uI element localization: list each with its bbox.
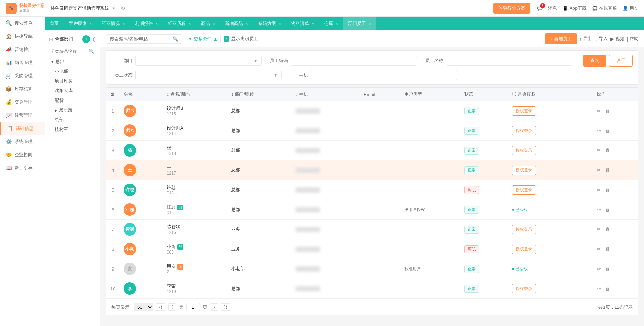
dept-node-shuanglu[interactable]: ▶ 双鹿想 — [45, 105, 100, 115]
tab-operation-close[interactable]: × — [123, 21, 125, 26]
phone-input[interactable] — [311, 70, 457, 80]
edit-button[interactable]: ✏ — [597, 266, 601, 272]
emp-status-select[interactable]: ▼ — [135, 70, 282, 80]
sidebar-item-purchase[interactable]: 🛒 采购管理 — [0, 69, 45, 82]
dept-search-input[interactable] — [51, 49, 87, 54]
edit-button[interactable]: ✏ — [597, 246, 601, 252]
settings-gear-icon[interactable]: ⚙ — [121, 6, 125, 11]
tab-profit-close[interactable]: × — [156, 21, 158, 26]
tab-dept-staff-close[interactable]: × — [369, 21, 371, 26]
system-arrow-icon[interactable]: ▼ — [112, 6, 116, 10]
online-service-link[interactable]: 🎧 在线客服 — [592, 5, 617, 11]
search-input[interactable] — [110, 36, 171, 42]
auth-login-button[interactable]: 授权登录 — [512, 284, 536, 293]
sidebar-item-operation[interactable]: 📈 经营管理 — [0, 109, 45, 122]
next-page-btn[interactable]: ⟩ — [210, 303, 218, 311]
tab-goods[interactable]: 商品 × — [196, 17, 220, 30]
sidebar-item-finance[interactable]: 💰 资金管理 — [0, 96, 45, 109]
dept-node-zhishu[interactable]: 植树王二 — [45, 125, 100, 134]
edit-button[interactable]: ✏ — [597, 206, 601, 212]
show-resigned-checkbox[interactable]: ✓ — [224, 36, 229, 42]
dept-node-peihuo[interactable]: 配货 — [45, 96, 100, 105]
sidebar-item-marketing[interactable]: 📣 营销推广 — [0, 43, 45, 56]
sidebar-item-basic[interactable]: 📋 基础信息 — [0, 122, 45, 135]
dept-select[interactable]: ▼ — [135, 56, 262, 66]
page-input[interactable] — [186, 303, 200, 311]
tab-new-goods[interactable]: 新增商品 × — [220, 17, 253, 30]
tab-customer[interactable]: 客户联络 × — [64, 17, 97, 30]
edit-button[interactable]: ✏ — [597, 187, 601, 193]
auth-login-button[interactable]: 授权登录 — [512, 126, 536, 135]
delete-button[interactable]: 🗑 — [605, 187, 610, 193]
auth-login-button[interactable]: 授权登录 — [512, 146, 536, 155]
auth-login-button[interactable]: 授权登录 — [512, 166, 536, 175]
sidebar-item-sales[interactable]: 📊 销售管理 — [0, 56, 45, 69]
export-button[interactable]: ↑ 导出 — [580, 36, 592, 42]
show-resigned-toggle[interactable]: ✓ 显示离职员工 — [224, 36, 258, 42]
add-employee-button[interactable]: + 新增员工 — [545, 33, 577, 44]
tab-goods-close[interactable]: × — [213, 21, 215, 26]
tab-warehouse-close[interactable]: × — [336, 21, 338, 26]
tab-new-goods-close[interactable]: × — [246, 21, 248, 26]
per-page-select[interactable]: 50 100 200 — [134, 303, 153, 311]
tab-history[interactable]: 经营历程 × — [163, 17, 196, 30]
tab-customer-close[interactable]: × — [90, 21, 92, 26]
delete-button[interactable]: 🗑 — [605, 108, 610, 114]
auth-login-button[interactable]: 授权登录 — [512, 185, 536, 195]
dept-node-shenyang[interactable]: 沈阳大库 — [45, 86, 100, 96]
tab-operation[interactable]: 经营情况 × — [97, 17, 130, 30]
add-dept-icon[interactable]: + — [82, 35, 90, 43]
message-icon[interactable]: 💬 5 — [537, 6, 543, 11]
delete-button[interactable]: 🗑 — [605, 127, 610, 133]
app-download-link[interactable]: 📱 App下载 — [563, 5, 587, 11]
import-button[interactable]: ↓ 导入 — [595, 36, 608, 42]
tab-barcode-close[interactable]: × — [279, 21, 281, 26]
last-page-btn[interactable]: ⟩⟩ — [221, 303, 230, 311]
tab-barcode[interactable]: 条码方案 × — [253, 17, 286, 30]
dept-node-xiangmu[interactable]: 项目库房 — [45, 76, 100, 86]
tab-dept-staff[interactable]: 部门员工 × — [343, 17, 376, 30]
video-link[interactable]: ▶ 视频 — [610, 36, 624, 42]
sidebar-item-guide[interactable]: 📖 新手引导 — [0, 161, 45, 175]
edit-button[interactable]: ✏ — [597, 285, 601, 291]
edit-button[interactable]: ✏ — [597, 127, 601, 133]
tab-bom-close[interactable]: × — [312, 21, 314, 26]
edit-button[interactable]: ✏ — [597, 108, 601, 114]
dept-node-zongbu[interactable]: 总部 — [45, 115, 100, 125]
tab-home[interactable]: 首页 — [45, 17, 64, 30]
query-button[interactable]: 查询 — [583, 55, 606, 67]
emp-name-input[interactable] — [446, 56, 572, 66]
tab-bom[interactable]: 物料清单 × — [286, 17, 319, 30]
sidebar-item-system[interactable]: ⚙️ 系统管理 — [0, 135, 45, 148]
user-avatar[interactable]: 👤 用友 — [623, 5, 638, 11]
auth-login-button[interactable]: 授权登录 — [512, 225, 536, 234]
delete-button[interactable]: 🗑 — [605, 285, 610, 291]
sidebar-item-nav[interactable]: 🏠 快捷导航 — [0, 30, 45, 43]
delete-button[interactable]: 🗑 — [605, 246, 610, 252]
auth-login-button[interactable]: 授权登录 — [512, 106, 536, 116]
prev-page-btn[interactable]: ⟨ — [168, 303, 176, 311]
dept-node-zongbu-parent[interactable]: ▼ 总部 — [45, 57, 100, 67]
auth-login-button[interactable]: 授权登录 — [512, 245, 536, 254]
delete-button[interactable]: 🗑 — [605, 206, 610, 212]
tab-profit[interactable]: 利润报告 × — [130, 17, 163, 30]
delete-button[interactable]: 🗑 — [605, 167, 610, 173]
edit-button[interactable]: ✏ — [597, 167, 601, 173]
delete-button[interactable]: 🗑 — [605, 147, 610, 153]
trial-button[interactable]: 体验行业方案 — [493, 3, 530, 14]
help-link[interactable]: | 帮助 — [627, 36, 638, 42]
tab-history-close[interactable]: × — [189, 21, 191, 26]
delete-button[interactable]: 🗑 — [605, 226, 610, 232]
tab-warehouse[interactable]: 仓库 × — [319, 17, 343, 30]
edit-button[interactable]: ✏ — [597, 147, 601, 153]
collapse-dept-icon[interactable]: ❮ — [92, 37, 96, 42]
sidebar-item-inventory[interactable]: 📦 库存核算 — [0, 82, 45, 96]
dept-node-xiaodibu[interactable]: 小电部 — [45, 67, 100, 76]
sidebar-item-collab[interactable]: 🤝 企业协同 — [0, 148, 45, 161]
reset-button[interactable]: 设置 — [609, 55, 633, 67]
edit-button[interactable]: ✏ — [597, 226, 601, 232]
sidebar-item-search[interactable]: 🔍 搜索菜单 — [0, 17, 45, 30]
emp-code-input[interactable] — [291, 56, 417, 66]
delete-button[interactable]: 🗑 — [605, 266, 610, 272]
more-filter-button[interactable]: ▼ 更多条件 ▲ — [185, 34, 221, 44]
